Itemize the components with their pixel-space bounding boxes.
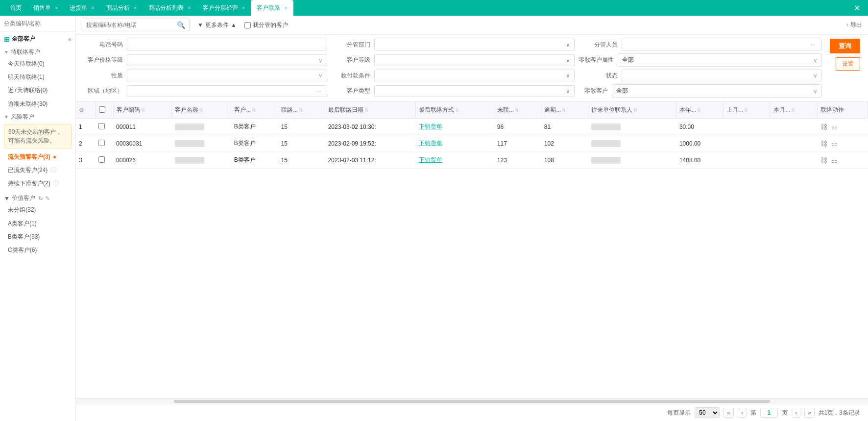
sort-name-icon[interactable]: ⇅ xyxy=(199,107,203,113)
sort-company-icon[interactable]: ⇅ xyxy=(633,107,637,113)
link-icon[interactable]: ⛓ xyxy=(820,123,827,131)
link-icon[interactable]: ⛓ xyxy=(820,140,827,148)
payment-select[interactable]: ∨ xyxy=(374,70,575,81)
phone-input[interactable] xyxy=(127,39,327,50)
zero-customer-select[interactable]: 全部 ∨ xyxy=(612,84,822,98)
main-search-input[interactable] xyxy=(86,22,175,28)
main-search-icon[interactable]: 🔍 xyxy=(177,21,185,29)
sidebar-item-churned[interactable]: 已流失客户(24) ⓘ xyxy=(0,164,75,177)
sort-no-contact-icon[interactable]: ⇅ xyxy=(515,107,519,113)
group-pending[interactable]: ▼ 待联络客户 xyxy=(0,46,75,57)
nav-product-analysis[interactable]: 商品分析 × xyxy=(100,0,143,16)
cell-last-date: 2023-02-09 19:52: xyxy=(325,135,416,152)
sidebar-search-input[interactable] xyxy=(4,20,76,27)
my-customers-checkbox[interactable] xyxy=(244,22,251,28)
close-purchase-icon[interactable]: × xyxy=(91,5,94,11)
nav-home[interactable]: 首页 xyxy=(4,0,27,16)
close-customer-contact-icon[interactable]: × xyxy=(284,5,287,11)
nav-sales[interactable]: 销售单 × xyxy=(27,0,64,16)
zero-attr-field: 零散客户属性 全部 ∨ xyxy=(579,53,822,67)
sort-contact-icon[interactable]: ⇅ xyxy=(299,107,303,113)
last-method-link[interactable]: 下销货单 xyxy=(419,123,442,130)
sidebar-item-classB[interactable]: B类客户(33) xyxy=(0,230,75,244)
sort-this-month-icon[interactable]: ⇅ xyxy=(791,107,795,113)
nav-customer-contact[interactable]: 客户联系 × xyxy=(251,0,293,16)
group-value[interactable]: ▼ 价值客户 ↻ ✎ xyxy=(0,192,75,203)
close-product-list-icon[interactable]: × xyxy=(188,5,191,11)
group-risk[interactable]: ▼ 风险客户 xyxy=(0,111,75,122)
export-btn[interactable]: ↑ 导出 xyxy=(845,21,862,29)
sort-type-icon[interactable]: ⇅ xyxy=(252,107,256,113)
link-icon[interactable]: ⛓ xyxy=(820,156,827,164)
sidebar-root[interactable]: ⊞ 全部客户 « xyxy=(0,32,75,46)
th-checkbox[interactable] xyxy=(96,102,113,119)
nav-customer-tier[interactable]: 客户分层经营 × xyxy=(197,0,251,16)
sort-date-icon[interactable]: ⇅ xyxy=(364,107,368,113)
next-page-btn[interactable]: › xyxy=(792,408,800,418)
cell-checkbox[interactable] xyxy=(96,119,113,135)
last-method-link[interactable]: 下销货单 xyxy=(419,156,442,163)
grid-action-icon[interactable]: ⚏ xyxy=(831,123,838,131)
price-tier-select[interactable]: ∨ xyxy=(127,54,327,66)
sidebar-item-classC[interactable]: C类客户(6) xyxy=(0,244,75,257)
horizontal-scrollbar[interactable] xyxy=(76,398,868,404)
edit-icon[interactable]: ✎ xyxy=(45,195,50,202)
filter-row-2: 客户价格等级 ∨ 客户等级 ∨ xyxy=(84,53,822,67)
select-all-checkbox[interactable] xyxy=(99,106,105,113)
cell-checkbox[interactable] xyxy=(96,135,113,152)
row-checkbox[interactable] xyxy=(98,123,105,129)
close-sales-icon[interactable]: × xyxy=(55,5,58,11)
last-method-link[interactable]: 下销货单 xyxy=(419,140,442,147)
customer-type-select[interactable]: ∨ xyxy=(374,85,575,97)
refresh-icon[interactable]: ↻ xyxy=(38,195,43,202)
last-page-btn[interactable]: » xyxy=(804,408,815,418)
dept-select[interactable]: ∨ xyxy=(374,39,575,50)
close-customer-tier-icon[interactable]: × xyxy=(242,5,245,11)
payment-label: 收付款条件 xyxy=(331,72,370,80)
window-close-button[interactable]: ✕ xyxy=(850,3,864,13)
cell-last-method[interactable]: 下销货单 xyxy=(416,135,494,152)
sort-year-icon[interactable]: ⇅ xyxy=(697,107,701,113)
row-checkbox[interactable] xyxy=(98,156,105,163)
query-button[interactable]: 查询 xyxy=(830,39,860,53)
sidebar-item-tomorrow[interactable]: 明天待联络(1) xyxy=(0,71,75,84)
cell-checkbox[interactable] xyxy=(96,152,113,169)
sidebar-item-7days[interactable]: 近7天待联络(0) xyxy=(0,84,75,97)
prev-page-btn[interactable]: ‹ xyxy=(738,408,747,418)
sort-method-icon[interactable]: ⇅ xyxy=(455,107,459,113)
cell-last-method[interactable]: 下销货单 xyxy=(416,152,494,169)
sidebar-item-churn-warning[interactable]: 流失预警客户(3) ● xyxy=(0,150,75,164)
grid-action-icon[interactable]: ⚏ xyxy=(831,140,838,148)
sort-code-icon[interactable]: ⇅ xyxy=(141,107,145,113)
nav-purchase[interactable]: 进货单 × xyxy=(64,0,100,16)
sidebar-item-overdue[interactable]: 逾期未联络(30) xyxy=(0,98,75,111)
sidebar-item-declining[interactable]: 持续下滑客户(2) ⓘ xyxy=(0,177,75,190)
region-dots[interactable]: ··· xyxy=(314,88,323,95)
more-conditions-btn[interactable]: ▼ 更多条件 ▲ xyxy=(193,19,241,31)
main-layout: 🔍 ⊞ 全部客户 « ▼ 待联络客户 今天待联络(0) 明天待联络(1) 近7天… xyxy=(0,16,868,421)
sort-last-month-icon[interactable]: ⇅ xyxy=(744,107,748,113)
manager-select[interactable]: ··· xyxy=(622,39,822,50)
close-product-analysis-icon[interactable]: × xyxy=(134,5,137,11)
zero-customer-field: 零散客户 全部 ∨ xyxy=(579,84,822,98)
per-page-select[interactable]: 50 100 200 xyxy=(695,407,720,418)
settings-icon[interactable]: ⚙ xyxy=(79,107,84,114)
manager-dots[interactable]: ··· xyxy=(809,41,818,48)
sidebar-item-classA[interactable]: A类客户(1) xyxy=(0,217,75,230)
sort-overdue-icon[interactable]: ⇅ xyxy=(562,107,566,113)
page-input[interactable] xyxy=(760,408,778,418)
th-settings[interactable]: ⚙ xyxy=(76,102,96,119)
cell-last-method[interactable]: 下销货单 xyxy=(416,119,494,135)
customer-tier-select[interactable]: ∨ xyxy=(374,54,575,66)
status-select[interactable]: ∨ xyxy=(622,70,822,81)
first-page-btn[interactable]: « xyxy=(723,408,734,418)
data-table: ⚙ 客户编码⇅ 客户名称⇅ 客户...⇅ 联络...⇅ 最后联络日期⇅ 最后联络… xyxy=(76,102,868,169)
grid-action-icon[interactable]: ⚏ xyxy=(831,156,838,164)
nav-product-list[interactable]: 商品分析列表 × xyxy=(143,0,196,16)
zero-attr-select[interactable]: 全部 ∨ xyxy=(618,53,822,67)
nature-select[interactable]: ∨ xyxy=(127,70,327,81)
sidebar-item-today[interactable]: 今天待联络(0) xyxy=(0,57,75,71)
settings-button[interactable]: 设置 xyxy=(836,57,860,71)
sidebar-item-ungroup[interactable]: 未分组(32) xyxy=(0,203,75,217)
row-checkbox[interactable] xyxy=(98,140,105,146)
